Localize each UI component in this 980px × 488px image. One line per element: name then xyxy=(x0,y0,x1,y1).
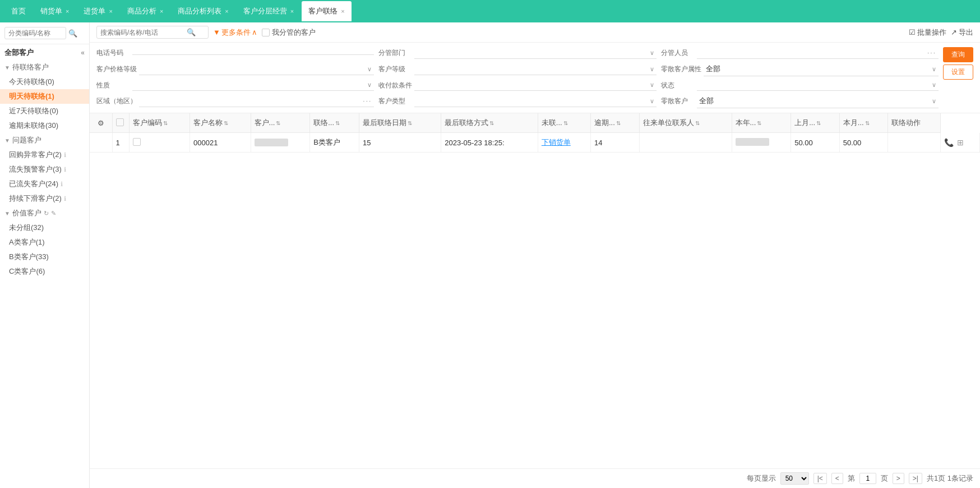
sidebar-search-area: 🔍 xyxy=(0,22,89,44)
sidebar-item-class-c[interactable]: C类客户(6) xyxy=(0,264,89,279)
adv-filter-fields: 电话号码 分管部门 ∨ 分管人员 ··· xyxy=(96,47,939,108)
collapse-icon[interactable]: « xyxy=(81,49,85,57)
th-type[interactable]: 客户...⇅ xyxy=(251,113,310,133)
nav-sales-order[interactable]: 销货单 × xyxy=(34,1,76,21)
header-checkbox[interactable] xyxy=(116,118,124,126)
filter-field-customer-grade: 客户等级 ∨ xyxy=(378,64,656,75)
sidebar-item-declining[interactable]: 持续下滑客户(2) ℹ xyxy=(0,191,89,206)
price-grade-field[interactable]: ∨ xyxy=(139,64,374,75)
filter-field-status: 状态 ∨ xyxy=(661,80,939,91)
sidebar-item-today[interactable]: 今天待联络(0) xyxy=(0,75,89,89)
sidebar-item-overdue[interactable]: 逾期未联络(30) xyxy=(0,118,89,133)
customer-type-field[interactable]: ∨ xyxy=(414,96,656,107)
nav-purchase-order[interactable]: 进货单 × xyxy=(77,1,119,21)
next-page-btn[interactable]: > xyxy=(893,473,904,484)
nature-field[interactable]: ∨ xyxy=(132,80,374,91)
th-overdue[interactable]: 逾期...⇅ xyxy=(590,113,639,133)
filter-search-input[interactable] xyxy=(100,29,184,36)
set-button[interactable]: 设置 xyxy=(943,65,973,80)
filter-field-price-grade: 客户价格等级 ∨ xyxy=(96,64,374,75)
nav-close-product-analysis[interactable]: × xyxy=(160,8,163,15)
region-field[interactable]: ··· xyxy=(139,95,374,107)
action-grid-icon[interactable]: ⊞ xyxy=(957,138,964,147)
info-icon-2: ℹ xyxy=(61,181,63,188)
nav-close-sales-order[interactable]: × xyxy=(66,8,69,15)
cell-check[interactable] xyxy=(129,133,190,153)
th-settings[interactable]: ⚙ xyxy=(90,113,112,133)
row-checkbox[interactable] xyxy=(133,138,141,146)
refresh-icon[interactable]: ↻ xyxy=(44,210,49,217)
filter-field-retail-customer: 零散客户 全部∨ xyxy=(661,94,939,108)
cell-last-method[interactable]: 下销货单 xyxy=(538,133,590,153)
retail-customer-field[interactable]: 全部∨ xyxy=(697,94,939,108)
filter-field-payment: 收付款条件 ∨ xyxy=(378,80,656,91)
sort-icon-contact: ⇅ xyxy=(335,120,340,126)
sidebar-item-ungrouped[interactable]: 未分组(32) xyxy=(0,220,89,235)
sidebar-item-7days[interactable]: 近7天待联络(0) xyxy=(0,104,89,118)
adv-filter-row-4: 区域（地区） ··· 客户类型 ∨ 零散客户 xyxy=(96,94,939,108)
th-contact-person[interactable]: 往来单位联系人⇅ xyxy=(639,113,732,133)
per-page-select[interactable]: 50 10 20 100 xyxy=(780,472,809,485)
nav-close-product-analysis-list[interactable]: × xyxy=(225,8,228,15)
th-no-contact[interactable]: 未联...⇅ xyxy=(538,113,590,133)
sidebar-item-repurchase-abnormal[interactable]: 回购异常客户(2) ℹ xyxy=(0,148,89,162)
sort-icon-lmonth: ⇅ xyxy=(816,120,821,126)
sort-icon-code: ⇅ xyxy=(163,120,168,126)
nav-product-analysis-list[interactable]: 商品分析列表 × xyxy=(171,1,235,21)
th-last-month[interactable]: 上月...⇅ xyxy=(791,113,840,133)
payment-field[interactable]: ∨ xyxy=(414,80,656,91)
th-this-year[interactable]: 本年...⇅ xyxy=(732,113,791,133)
dept-select-field[interactable]: ∨ xyxy=(414,48,656,59)
phone-input-field[interactable] xyxy=(132,51,374,55)
status-field[interactable]: ∨ xyxy=(697,80,939,91)
prev-page-btn[interactable]: < xyxy=(831,473,843,484)
edit-icon[interactable]: ✎ xyxy=(51,210,56,217)
sidebar-item-churned[interactable]: 已流失客户(24) ℹ xyxy=(0,177,89,191)
th-contact-count[interactable]: 联络...⇅ xyxy=(310,113,359,133)
nav-home[interactable]: 首页 xyxy=(4,1,33,21)
retail-attr-field[interactable]: 全部∨ xyxy=(704,62,939,76)
nav-customer-contact[interactable]: 客户联络 × xyxy=(302,1,351,21)
th-code[interactable]: 客户编码⇅ xyxy=(129,113,190,133)
th-checkbox[interactable] xyxy=(112,113,129,133)
cell-code: 000021 xyxy=(190,133,251,153)
export-btn[interactable]: ↗ 导出 xyxy=(951,27,973,38)
nav-product-analysis[interactable]: 商品分析 × xyxy=(121,1,170,21)
sidebar-search-input[interactable] xyxy=(4,27,66,39)
sidebar-item-class-a[interactable]: A类客户(1) xyxy=(0,235,89,250)
nav-close-customer-stratify[interactable]: × xyxy=(290,8,294,15)
manager-dots-field[interactable]: ··· xyxy=(697,47,939,59)
page-input[interactable] xyxy=(859,473,876,484)
customer-grade-field[interactable]: ∨ xyxy=(414,64,656,75)
last-page-btn[interactable]: >| xyxy=(909,473,922,484)
sort-icon-tmonth: ⇅ xyxy=(865,120,870,126)
cell-last-month: 50.00 xyxy=(839,133,888,153)
last-method-link[interactable]: 下销货单 xyxy=(542,138,571,146)
main-layout: 🔍 全部客户 « 待联络客户 今天待联络(0) 明天待联络(1) 近7天待联络(… xyxy=(0,22,980,488)
th-last-date[interactable]: 最后联络日期⇅ xyxy=(359,113,441,133)
nav-close-purchase-order[interactable]: × xyxy=(109,8,112,15)
sidebar-item-tomorrow[interactable]: 明天待联络(1) xyxy=(0,89,89,104)
my-customers-checkbox: 我分管的客户 xyxy=(262,27,316,38)
all-customers-section[interactable]: 全部客户 « xyxy=(0,44,89,60)
query-button[interactable]: 查询 xyxy=(943,47,973,62)
nav-close-customer-contact[interactable]: × xyxy=(341,8,344,15)
filter-search-icon[interactable]: 🔍 xyxy=(187,28,196,36)
th-this-month[interactable]: 本月...⇅ xyxy=(839,113,888,133)
cell-this-year: 50.00 xyxy=(791,133,840,153)
cell-no: 1 xyxy=(112,133,129,153)
sidebar-item-churn-warning[interactable]: 流失预警客户(3) ℹ xyxy=(0,162,89,177)
action-phone-icon[interactable]: 📞 xyxy=(944,138,954,147)
sidebar-item-class-b[interactable]: B类客户(33) xyxy=(0,250,89,264)
my-customers-check[interactable] xyxy=(262,29,270,36)
more-filter-btn[interactable]: ▼ 更多条件 ∧ xyxy=(213,27,257,38)
nav-customer-stratify[interactable]: 客户分层经营 × xyxy=(237,1,301,21)
footer: 每页显示 50 10 20 100 |< < 第 页 > >| 共1页 1条记录 xyxy=(90,468,980,488)
th-last-method[interactable]: 最后联络方式⇅ xyxy=(441,113,538,133)
batch-op-btn[interactable]: ☑ 批量操作 xyxy=(909,27,946,38)
sidebar-search-icon[interactable]: 🔍 xyxy=(68,29,77,38)
checkbox-icon: ☑ xyxy=(909,28,916,36)
cell-contact-person xyxy=(732,133,791,153)
th-name[interactable]: 客户名称⇅ xyxy=(190,113,251,133)
first-page-btn[interactable]: |< xyxy=(813,473,827,484)
